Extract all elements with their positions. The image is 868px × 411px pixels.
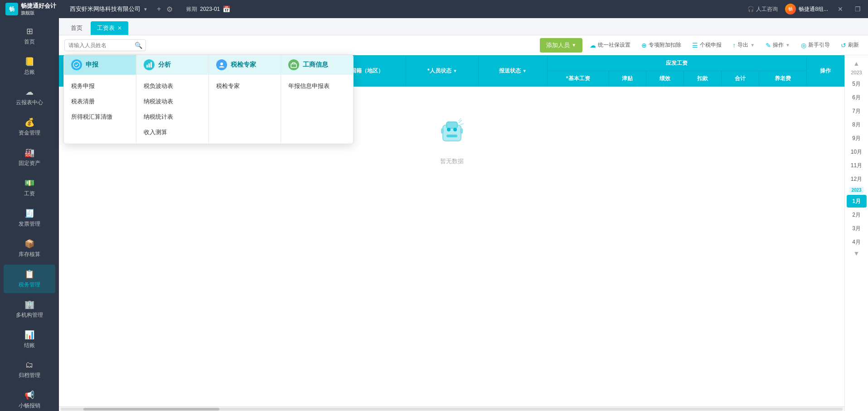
new-guide-label: 新手引导 [808,41,830,49]
scrollbar-thumb[interactable] [83,408,219,411]
search-icon[interactable]: 🔍 [135,42,142,49]
refresh-action[interactable]: ↺ 刷新 [837,39,863,51]
cal-month-11[interactable]: 11月 [847,159,867,172]
th-submit-status: 报送状态 ▼ [479,56,547,87]
tax-icon: 📋 [24,269,34,279]
th-deduction: 扣款 [684,71,722,87]
dp-title-business-info: 工商信息 [303,61,328,69]
dp-item-tax-fluctuation[interactable]: 纳税波动表 [136,94,209,109]
cal-month-1-current[interactable]: 1月 [847,195,867,208]
operation-label: 操作 [773,41,784,49]
svg-rect-12 [148,63,150,68]
sidebar-item-salary[interactable]: 💵 工资 [4,174,55,202]
company-dropdown-icon: ▼ [143,7,148,12]
cal-month-8[interactable]: 8月 [847,118,867,131]
th-salary-group: 应发工资 [547,56,806,71]
cal-year-label-2023: 2023 [849,187,863,193]
cal-month-5[interactable]: 5月 [847,77,867,90]
dp-item-annual-report[interactable]: 年报信息申报表 [281,78,353,94]
cal-month-2-next[interactable]: 2月 [847,208,867,221]
tab-salary-close[interactable]: ✕ [117,25,122,31]
tab-bar: 首页 工资表 ✕ [59,18,868,35]
new-guide-action[interactable]: ◎ 新手引导 [797,39,834,51]
cal-month-10[interactable]: 10月 [847,145,867,158]
dp-header-business-info: 工商信息 [281,55,353,75]
calendar-icon[interactable]: 📅 [223,5,230,13]
sidebar-item-fixed-asset[interactable]: 🏭 固定资产 [4,143,55,172]
dp-item-income-calc[interactable]: 收入测算 [136,125,209,140]
sidebar-item-general-ledger[interactable]: 📒 总账 [4,52,55,81]
add-icon[interactable]: + [157,5,161,13]
export-icon: ↑ [732,42,736,49]
svg-line-8 [460,124,464,125]
cloud-icon: ☁ [25,87,34,97]
th-allowance: 津贴 [609,71,646,87]
sidebar-item-settlement[interactable]: 📊 结账 [4,325,55,354]
th-nationality-label: 国籍（地区） [351,68,383,74]
sidebar-item-inventory[interactable]: 📦 库存核算 [4,234,55,263]
th-operation-label: 操作 [820,68,831,74]
search-input[interactable] [68,42,132,48]
sidebar-item-fund[interactable]: 💰 资金管理 [4,113,55,141]
table-scrollbar [59,406,844,411]
sidebar-item-invoice[interactable]: 🧾 发票管理 [4,204,55,232]
export-action[interactable]: ↑ 导出 ▼ [729,39,758,51]
dp-item-tax-declaration[interactable]: 税务申报 [64,78,136,94]
social-insurance-action[interactable]: ☁ 统一社保设置 [586,39,634,51]
status-filter-icon[interactable]: ▼ [453,68,457,73]
add-person-dropdown-arrow: ▼ [572,43,576,48]
user-avatar: 畅 [785,4,796,15]
dp-header-tax-expert: 税检专家 [209,55,281,75]
th-pension-label: 养老费 [775,75,791,82]
th-status-label: *人员状态 [427,68,451,74]
logo-char: 畅 [9,5,15,13]
cal-month-7[interactable]: 7月 [847,105,867,117]
dp-item-income-tax[interactable]: 所得税汇算清缴 [64,109,136,125]
cal-prev-nav[interactable]: ▲ [850,59,863,68]
tax-expert-icon [216,59,227,70]
tax-expert-svg-icon [218,61,225,68]
restore-window-button[interactable]: ❐ [853,4,863,14]
sidebar-label-invoice: 发票管理 [19,220,40,228]
settings-icon[interactable]: ⚙ [166,5,173,14]
cal-month-4-next[interactable]: 4月 [847,236,867,248]
close-window-button[interactable]: ✕ [835,4,845,14]
tab-home[interactable]: 首页 [64,21,89,35]
th-base-salary-label: *基本工资 [566,75,590,82]
svg-point-14 [220,63,223,65]
sidebar-item-home[interactable]: ⊞ 首页 [4,22,55,50]
operation-dropdown-icon: ▼ [786,43,790,48]
tab-salary[interactable]: 工资表 ✕ [91,21,128,35]
dp-item-tax-stats[interactable]: 纳税统计表 [136,109,209,125]
company-selector[interactable]: 西安虾米网络科技有限公司 ▼ [70,5,148,13]
sidebar-item-cloud-report[interactable]: ☁ 云报表中心 [4,82,55,111]
dp-item-tax-table[interactable]: 税表清册 [64,94,136,109]
svg-rect-6 [460,128,463,134]
special-deduction-icon: ⊕ [641,42,647,49]
svg-rect-1 [446,122,457,128]
cal-month-3-next[interactable]: 3月 [847,222,867,235]
company-name: 西安虾米网络科技有限公司 [70,5,141,13]
sidebar-item-archive[interactable]: 🗂 归档管理 [4,356,55,384]
service-button[interactable]: 🎧 人工咨询 [747,5,778,13]
user-area[interactable]: 畅 畅捷通8组... [785,4,828,15]
top-bar-add[interactable]: + ⚙ [157,5,173,14]
individual-tax-action[interactable]: ☰ 个税申报 [689,39,725,51]
scrollbar-track[interactable] [61,408,843,411]
operation-action[interactable]: ✎ 操作 ▼ [762,39,794,51]
sidebar-item-multi-org[interactable]: 🏢 多机构管理 [4,295,55,324]
cal-next-nav[interactable]: ▼ [850,249,863,258]
cal-month-6[interactable]: 6月 [847,91,867,104]
submit-filter-icon[interactable]: ▼ [522,68,527,73]
search-wrap: 🔍 [64,39,146,51]
add-person-button[interactable]: 添加人员 ▼ [540,38,582,53]
sidebar-item-tax[interactable]: 📋 税务管理 [4,265,55,293]
dp-item-tax-burden[interactable]: 税负波动表 [136,78,209,94]
cal-month-9[interactable]: 9月 [847,132,867,145]
th-pension: 养老费 [759,71,807,87]
cal-month-12[interactable]: 12月 [847,173,867,185]
dp-item-tax-expert-entry[interactable]: 税检专家 [209,78,281,94]
sidebar-item-xiao-chang[interactable]: 📢 小畅报销 [4,386,55,411]
special-deduction-action[interactable]: ⊕ 专项附加扣除 [638,39,685,51]
period-info: 账期 2023-01 📅 [186,5,230,13]
